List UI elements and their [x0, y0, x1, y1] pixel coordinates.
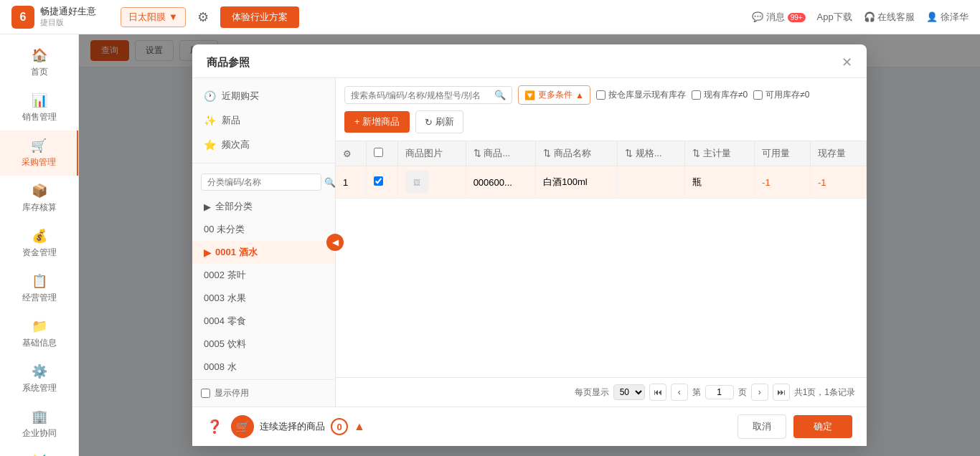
col-image: 商品图片 — [397, 141, 466, 166]
nav-item-recent-label: 近期购买 — [222, 90, 259, 103]
experience-btn[interactable]: 体验行业方案 — [220, 6, 299, 28]
sidebar-label-system: 系统管理 — [22, 382, 57, 394]
sort-icon: ⇅ — [473, 148, 481, 158]
available-stock-filter: 可用库存≠0 — [753, 89, 809, 101]
warehouse-checkbox[interactable] — [596, 90, 606, 100]
category-drinks[interactable]: 0005 饮料 — [192, 333, 335, 356]
select-all-checkbox[interactable] — [374, 148, 383, 157]
category-all[interactable]: ▶ 全部分类 — [192, 195, 335, 218]
last-page-btn[interactable]: ⏭ — [773, 384, 790, 401]
col-spec[interactable]: ⇅ 规格... — [618, 141, 685, 166]
cart-icon[interactable]: 🛒 — [231, 415, 254, 438]
sort-name-icon: ⇅ — [543, 148, 551, 158]
nav-item-new-label: 新品 — [222, 114, 240, 127]
sidebar-item-purchase[interactable]: 🛒 采购管理 — [0, 130, 78, 176]
more-filters-btn[interactable]: 🔽 更多条件 ▲ — [518, 85, 590, 105]
product-table-wrapper: ⚙ 商品图片 ⇅ 商品... ⇅ — [336, 141, 867, 377]
sidebar-label-home: 首页 — [31, 66, 48, 78]
sidebar-item-sales[interactable]: 📊 销售管理 — [0, 85, 78, 130]
prev-page-btn[interactable]: ‹ — [671, 384, 688, 401]
col-name[interactable]: ⇅ 商品名称 — [536, 141, 618, 166]
nav-item-frequent[interactable]: ⭐ 频次高 — [192, 133, 335, 157]
nav-item-new[interactable]: ✨ 新品 — [192, 108, 335, 133]
col-settings[interactable]: ⚙ — [336, 141, 366, 166]
confirm-btn[interactable]: 确定 — [793, 415, 852, 438]
sidebar-item-system[interactable]: ⚙️ 系统管理 — [0, 356, 78, 402]
category-water[interactable]: 0008 水 — [192, 356, 335, 379]
modal-close-btn[interactable]: ✕ — [842, 54, 852, 70]
page-size-select[interactable]: 50 — [613, 384, 645, 400]
add-product-btn[interactable]: + 新增商品 — [344, 111, 410, 133]
first-page-btn[interactable]: ⏮ — [649, 384, 666, 401]
product-reference-modal: 商品参照 ✕ 🕐 近期购买 ✨ — [192, 44, 867, 446]
category-snacks[interactable]: 0004 零食 — [192, 310, 335, 333]
product-search-input[interactable] — [351, 90, 494, 100]
sort-unit-icon: ⇅ — [692, 148, 700, 158]
new-icon: ✨ — [204, 115, 216, 126]
modal-body: 🕐 近期购买 ✨ 新品 ⭐ 频次高 — [192, 78, 867, 407]
col-unit[interactable]: ⇅ 主计量 — [685, 141, 755, 166]
settings-icon[interactable]: ⚙ — [194, 6, 212, 28]
sidebar-item-inventory[interactable]: 📦 库存核算 — [0, 176, 78, 221]
current-stock-checkbox[interactable] — [692, 90, 701, 100]
footer-collapse-icon[interactable]: ▲ — [354, 420, 365, 433]
sidebar-item-home[interactable]: 🏠 首页 — [0, 40, 78, 85]
category-uncategorized[interactable]: 00 未分类 — [192, 218, 335, 241]
help-icon[interactable]: ❓ — [207, 419, 222, 434]
available-stock-checkbox[interactable] — [753, 90, 763, 100]
modal-left-panel: 🕐 近期购买 ✨ 新品 ⭐ 频次高 — [192, 78, 336, 407]
finance-icon: 💰 — [32, 228, 47, 244]
sidebar-label-sales: 销售管理 — [22, 111, 57, 123]
category-search-input[interactable] — [201, 174, 321, 191]
user-avatar[interactable]: 👤 徐泽华 — [926, 11, 969, 24]
category-fruit[interactable]: 0003 水果 — [192, 287, 335, 310]
message-label: 消息 — [766, 11, 785, 22]
show-disabled-checkbox[interactable] — [201, 389, 210, 398]
modal-right-panel: 🔍 🔽 更多条件 ▲ 按仓库显示现有库存 — [336, 78, 867, 407]
sidebar-item-operations[interactable]: 📋 经营管理 — [0, 266, 78, 311]
collapse-panel-btn[interactable]: ◀ — [326, 234, 344, 251]
purchase-icon: 🛒 — [31, 138, 47, 153]
sidebar-item-basic-info[interactable]: 📁 基础信息 — [0, 311, 78, 356]
page-word: 第 — [692, 386, 701, 399]
category-all-arrow: ▶ — [204, 201, 211, 212]
product-table: ⚙ 商品图片 ⇅ 商品... ⇅ — [336, 141, 867, 199]
row-checkbox[interactable] — [374, 176, 383, 186]
sort-spec-icon: ⇅ — [625, 148, 633, 158]
modal-overlay: 商品参照 ✕ 🕐 近期购买 ✨ — [79, 34, 980, 456]
total-info: 共1页，1条记录 — [794, 386, 855, 399]
table-row[interactable]: 1 🖼 000600... 白酒100ml — [336, 166, 867, 199]
more-filters-label: 更多条件 — [538, 89, 573, 101]
filter-icon: 🔽 — [524, 90, 535, 100]
frequent-icon: ⭐ — [204, 139, 216, 151]
sidebar-item-enterprise[interactable]: 🏢 企业协同 — [0, 402, 78, 447]
nav-item-recent[interactable]: 🕐 近期购买 — [192, 84, 335, 108]
category-alcohol[interactable]: ▶ 0001 酒水 — [192, 241, 335, 264]
sidebar-label-basic-info: 基础信息 — [22, 337, 57, 349]
sidebar-item-finance[interactable]: 💰 资金管理 — [0, 221, 78, 266]
refresh-btn[interactable]: ↻ 刷新 — [415, 110, 463, 133]
col-code[interactable]: ⇅ 商品... — [466, 141, 536, 166]
col-available: 可用量 — [755, 141, 811, 166]
table-body: 1 🖼 000600... 白酒100ml — [336, 166, 867, 199]
app-download-link[interactable]: App下载 — [817, 11, 852, 24]
product-search-box: 🔍 — [344, 86, 512, 104]
modal-footer: ❓ 🛒 连续选择的商品 0 ▲ 取消 确定 — [192, 407, 867, 446]
category-search-icon[interactable]: 🔍 — [324, 177, 335, 188]
filter-up-icon: ▲ — [575, 90, 584, 100]
store-selector[interactable]: 日太阳膜 ▼ — [121, 7, 186, 27]
next-page-btn[interactable]: › — [751, 384, 768, 401]
cancel-btn[interactable]: 取消 — [738, 414, 786, 439]
show-disabled-label[interactable]: 显示停用 — [215, 387, 249, 399]
modal-pagination: 每页显示 50 ⏮ ‹ 第 页 › ⏭ 共1页，1条记录 — [336, 377, 867, 407]
sidebar-label-inventory: 库存核算 — [22, 201, 57, 214]
message-icon[interactable]: 💬 消息 99+ — [752, 11, 805, 24]
page-number-input[interactable] — [705, 385, 734, 399]
col-checkbox — [366, 141, 397, 166]
category-tea[interactable]: 0002 茶叶 — [192, 264, 335, 287]
cell-code: 000600... — [466, 166, 536, 199]
search-icon[interactable]: 🔍 — [494, 90, 506, 100]
online-service-link[interactable]: 🎧 在线客服 — [864, 11, 915, 24]
sidebar-item-guide[interactable]: 🔰 新手引导 — [0, 447, 78, 456]
cart-label: 连续选择的商品 — [260, 420, 325, 433]
